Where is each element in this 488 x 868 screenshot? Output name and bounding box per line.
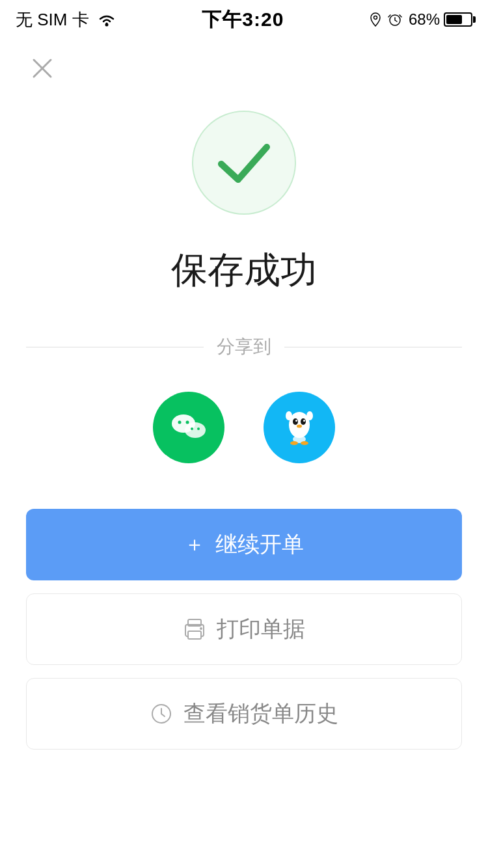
svg-point-1 bbox=[373, 16, 377, 20]
continue-label: 继续开单 bbox=[215, 530, 304, 560]
divider-right bbox=[284, 347, 462, 347]
svg-point-0 bbox=[105, 23, 108, 27]
carrier-label: 无 SIM 卡 bbox=[16, 8, 89, 31]
status-left: 无 SIM 卡 bbox=[16, 8, 116, 31]
checkmark-icon bbox=[215, 137, 273, 189]
svg-point-20 bbox=[286, 411, 292, 420]
print-label: 打印单据 bbox=[217, 614, 305, 644]
qq-icon bbox=[278, 407, 320, 448]
battery-fill bbox=[446, 15, 462, 24]
svg-point-21 bbox=[306, 411, 313, 420]
alarm-icon bbox=[388, 12, 402, 27]
print-icon bbox=[183, 618, 206, 640]
success-circle bbox=[192, 111, 296, 215]
history-button[interactable]: 查看销货单历史 bbox=[26, 678, 462, 750]
share-divider: 分享到 bbox=[26, 334, 462, 359]
svg-point-15 bbox=[295, 420, 297, 422]
svg-rect-24 bbox=[188, 631, 201, 639]
svg-point-7 bbox=[178, 421, 182, 424]
wifi-icon bbox=[97, 12, 116, 27]
svg-point-25 bbox=[200, 627, 202, 630]
status-time: 下午3:20 bbox=[202, 7, 284, 33]
share-wechat-button[interactable] bbox=[153, 392, 224, 463]
print-button[interactable]: 打印单据 bbox=[26, 593, 462, 665]
location-icon bbox=[370, 12, 381, 27]
svg-point-13 bbox=[293, 418, 298, 425]
battery-icon bbox=[444, 12, 472, 27]
svg-point-6 bbox=[185, 422, 206, 438]
success-title: 保存成功 bbox=[171, 246, 317, 295]
svg-point-17 bbox=[297, 425, 302, 428]
svg-point-19 bbox=[301, 441, 308, 445]
plus-icon: ＋ bbox=[184, 530, 205, 559]
share-label: 分享到 bbox=[217, 334, 271, 359]
wechat-icon bbox=[168, 409, 210, 446]
share-icons bbox=[153, 392, 335, 463]
continue-button[interactable]: ＋ 继续开单 bbox=[26, 509, 462, 580]
close-icon bbox=[31, 57, 53, 79]
divider-left bbox=[26, 347, 204, 347]
main-content: 保存成功 分享到 bbox=[0, 98, 488, 868]
svg-point-9 bbox=[191, 427, 193, 430]
status-bar: 无 SIM 卡 下午3:20 68% bbox=[0, 0, 488, 39]
svg-point-16 bbox=[303, 420, 305, 422]
svg-point-8 bbox=[186, 421, 189, 424]
svg-point-10 bbox=[197, 427, 200, 430]
close-btn-area bbox=[0, 39, 488, 98]
action-buttons: ＋ 继续开单 打印单据 查看销货单历史 bbox=[26, 509, 462, 750]
share-qq-button[interactable] bbox=[264, 392, 335, 463]
battery-container: 68% bbox=[409, 10, 472, 29]
svg-point-18 bbox=[290, 441, 298, 445]
status-right: 68% bbox=[370, 10, 472, 29]
history-icon bbox=[150, 702, 173, 726]
history-label: 查看销货单历史 bbox=[183, 699, 338, 729]
battery-percent: 68% bbox=[409, 10, 440, 29]
svg-point-14 bbox=[301, 418, 306, 425]
close-button[interactable] bbox=[26, 52, 59, 85]
